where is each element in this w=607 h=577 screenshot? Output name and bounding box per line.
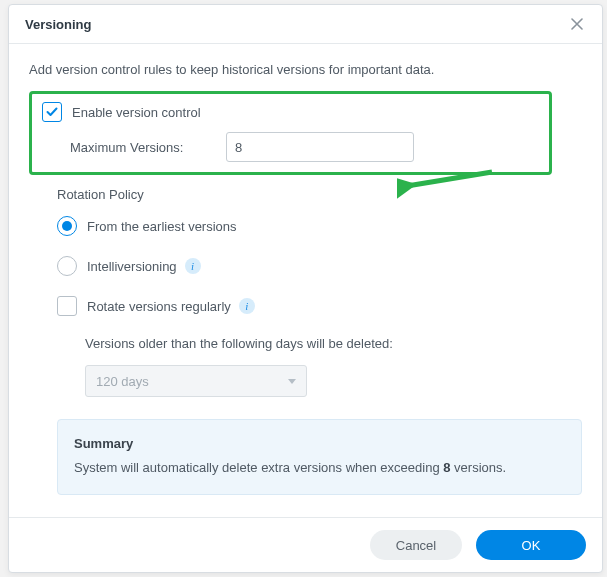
rotate-regularly-checkbox[interactable] [57,296,77,316]
rotation-option-intelliversioning[interactable]: Intelliversioning i [57,256,582,276]
rotation-option-earliest[interactable]: From the earliest versions [57,216,582,236]
max-versions-row: Maximum Versions: [42,132,539,162]
summary-prefix: System will automatically delete extra v… [74,460,443,475]
info-icon[interactable]: i [185,258,201,274]
rotate-days-value: 120 days [96,374,149,389]
max-versions-label: Maximum Versions: [70,140,210,155]
rotate-subtext: Versions older than the following days w… [85,336,582,351]
summary-suffix: versions. [450,460,506,475]
chevron-down-icon [288,379,296,384]
intro-text: Add version control rules to keep histor… [29,62,582,77]
enable-row: Enable version control [42,102,539,122]
rotate-regularly-label: Rotate versions regularly [87,299,231,314]
summary-text: System will automatically delete extra v… [74,458,565,478]
versioning-dialog: Versioning Add version control rules to … [8,4,603,573]
radio-intelliversioning-label: Intelliversioning [87,259,177,274]
titlebar: Versioning [9,5,602,44]
close-icon[interactable] [568,15,586,33]
summary-box: Summary System will automatically delete… [57,419,582,495]
radio-intelliversioning[interactable] [57,256,77,276]
info-icon[interactable]: i [239,298,255,314]
cancel-button[interactable]: Cancel [370,530,462,560]
radio-earliest[interactable] [57,216,77,236]
rotate-days-select: 120 days [85,365,307,397]
dialog-title: Versioning [25,17,91,32]
ok-button[interactable]: OK [476,530,586,560]
rotation-policy-title: Rotation Policy [57,187,582,202]
dialog-body: Add version control rules to keep histor… [9,44,602,517]
rotate-regularly-row: Rotate versions regularly i [57,296,582,316]
max-versions-input[interactable] [226,132,414,162]
enable-highlight: Enable version control Maximum Versions: [29,91,552,175]
enable-version-control-checkbox[interactable] [42,102,62,122]
radio-earliest-label: From the earliest versions [87,219,237,234]
summary-title: Summary [74,434,565,454]
enable-version-control-label: Enable version control [72,105,201,120]
rotation-options: From the earliest versions Intelliversio… [57,216,582,316]
dialog-footer: Cancel OK [9,517,602,572]
